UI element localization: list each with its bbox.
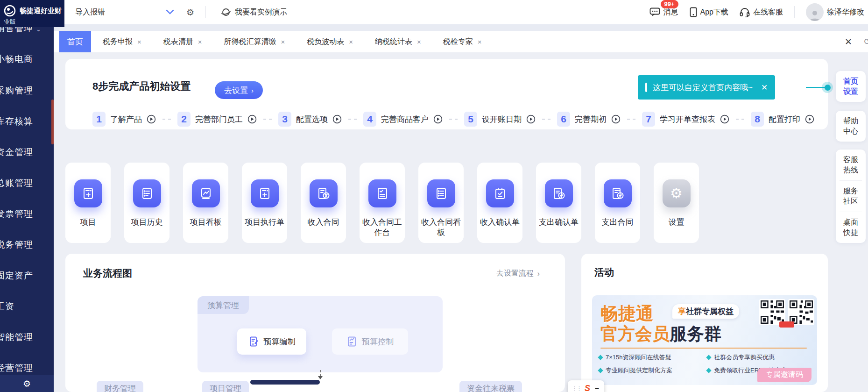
flow-title: 业务流程图 bbox=[83, 267, 132, 280]
close-icon[interactable]: × bbox=[137, 38, 141, 46]
brand-name: 畅捷通好业财 bbox=[20, 7, 62, 15]
shortcut-project-history[interactable]: 项目历史 bbox=[124, 163, 169, 243]
setup-step[interactable]: 3配置选项 bbox=[278, 112, 342, 127]
tab-bar: 首页 税务申报× 税表清册× 所得税汇算清缴× 税负波动表× 纳税统计表× 税检… bbox=[54, 31, 868, 52]
floating-assistant-widget[interactable]: ⋮⋮ S – bbox=[568, 380, 604, 392]
shortcut-income-contract-board[interactable]: 收入合同看板 bbox=[418, 163, 464, 243]
go-setup-button[interactable]: 去设置› bbox=[215, 81, 263, 99]
shortcut-project-board[interactable]: 项目看板 bbox=[183, 163, 228, 243]
rail-help-center[interactable]: 帮助中心 bbox=[836, 111, 866, 142]
close-icon[interactable]: × bbox=[349, 38, 353, 46]
tab-tax-register[interactable]: 税表清册× bbox=[163, 37, 202, 47]
scrollbar-thumb[interactable] bbox=[250, 380, 320, 385]
close-icon[interactable]: × bbox=[478, 38, 482, 46]
sidebar-scrollbar-thumb[interactable] bbox=[51, 100, 54, 144]
shortcut-income-contract[interactable]: 收入合同 bbox=[301, 163, 346, 243]
topbar: 导入报错 ⚙ 我要看实例演示 消息 bbox=[64, 0, 868, 24]
shortcut-project-execution[interactable]: 项目执行单 bbox=[242, 163, 287, 243]
rail-hotline[interactable]: 客服热线 bbox=[836, 150, 866, 180]
messages-button[interactable]: 消息 99+ bbox=[649, 7, 678, 17]
shortcut-expense-confirmation[interactable]: 支出确认单 bbox=[536, 163, 581, 243]
qr-codes bbox=[759, 299, 814, 325]
tab-income-tax[interactable]: 所得税汇算清缴× bbox=[224, 37, 285, 47]
sidebar-item-payroll[interactable]: 工资 bbox=[0, 300, 59, 313]
play-icon[interactable] bbox=[720, 114, 729, 124]
banner-bullet: 社群会员专享购买优惠 bbox=[707, 353, 812, 362]
more-tabs-icon[interactable]: ⟳ bbox=[861, 36, 868, 48]
shortcut-income-contract-workbench[interactable]: 收入合同工作台 bbox=[360, 163, 405, 243]
shortcut-project[interactable]: 项目 bbox=[65, 163, 111, 243]
close-icon[interactable]: × bbox=[417, 38, 421, 46]
sidebar-item-purchase[interactable]: 采购管理 bbox=[0, 85, 59, 97]
setup-step[interactable]: 5设开账日期 bbox=[464, 112, 536, 127]
cube-bullet-icon bbox=[706, 368, 711, 373]
rail-desktop-shortcut[interactable]: 桌面快捷 bbox=[836, 212, 866, 243]
app-download-button[interactable]: App下载 bbox=[690, 7, 728, 17]
play-icon[interactable] bbox=[147, 114, 156, 124]
chevron-down-icon[interactable] bbox=[166, 9, 174, 15]
budget-preparation-node[interactable]: 预算编制 bbox=[237, 328, 306, 355]
setup-step[interactable]: 2完善部门员工 bbox=[177, 112, 257, 127]
doc-badge-check-icon bbox=[545, 179, 573, 207]
sidebar-settings-button[interactable]: ⚙ bbox=[0, 375, 54, 392]
sidebar-item-operation[interactable]: 经营管理 bbox=[0, 362, 59, 374]
setup-step[interactable]: 4完善商品客户 bbox=[363, 112, 443, 127]
sidebar-item-funds[interactable]: 资金管理 bbox=[0, 146, 59, 158]
gear-icon[interactable]: ⚙ bbox=[186, 7, 194, 18]
budget-control-node[interactable]: 预算控制 bbox=[332, 328, 408, 355]
drag-handle-icon[interactable]: ⋮⋮ bbox=[572, 385, 581, 392]
play-icon[interactable] bbox=[332, 114, 342, 124]
sidebar-item-smart[interactable]: 智能管理 bbox=[0, 331, 59, 343]
online-service-button[interactable]: 在线客服 bbox=[740, 7, 783, 17]
close-icon[interactable]: × bbox=[198, 38, 202, 46]
avatar bbox=[806, 3, 824, 21]
shortcut-settings[interactable]: ⚙ 设置 bbox=[654, 163, 699, 243]
doc-plus-icon bbox=[251, 179, 279, 207]
invite-code-ribbon: 专属邀请码 bbox=[757, 368, 812, 382]
sidebar-item-tax[interactable]: 税务管理 bbox=[0, 239, 59, 251]
shortcut-income-confirmation[interactable]: 收入确认单 bbox=[477, 163, 522, 243]
demo-link[interactable]: 我要看实例演示 bbox=[221, 7, 287, 17]
member-service-banner[interactable]: 畅捷通 享社群专属权益 官方会员服务群 7×15h资深顾问在线答疑 社群会员专享… bbox=[592, 295, 817, 385]
brand-logo-icon bbox=[3, 4, 17, 18]
play-icon[interactable] bbox=[433, 114, 443, 124]
sidebar-item-invoice[interactable]: 发票管理 bbox=[0, 208, 59, 220]
flow-arrow-down bbox=[318, 370, 323, 379]
sidebar-item-ledger[interactable]: 总账管理 bbox=[0, 177, 59, 189]
go-setup-flow-link[interactable]: 去设置流程› bbox=[496, 269, 540, 278]
tab-home[interactable]: 首页 bbox=[59, 31, 91, 52]
sidebar-item-ecommerce[interactable]: 小畅电商 bbox=[0, 53, 59, 65]
sidebar-item-fixed-assets[interactable]: 固定资产 bbox=[0, 270, 59, 282]
setup-step[interactable]: 6完善期初 bbox=[557, 112, 621, 127]
close-all-tabs-icon[interactable]: ✕ bbox=[845, 36, 852, 47]
tab-tax-filing[interactable]: 税务申报× bbox=[103, 37, 141, 47]
close-icon[interactable]: ✕ bbox=[761, 83, 768, 93]
sidebar-item-inventory[interactable]: 库存核算 bbox=[0, 115, 59, 128]
setup-step[interactable]: 1了解产品 bbox=[92, 112, 156, 127]
shortcut-expense-contract[interactable]: 支出合同 bbox=[595, 163, 640, 243]
doc-list-icon bbox=[133, 179, 161, 207]
close-icon[interactable]: × bbox=[281, 38, 285, 46]
play-icon[interactable] bbox=[805, 114, 814, 124]
user-menu[interactable]: 徐泽华修改 bbox=[806, 3, 864, 21]
play-icon[interactable] bbox=[526, 114, 536, 124]
brand-edition: 业版 bbox=[4, 18, 16, 26]
brand-s-logo-icon: S bbox=[585, 384, 590, 392]
setup-step[interactable]: 8配置打印 bbox=[751, 112, 814, 127]
minimize-icon[interactable]: – bbox=[595, 384, 599, 392]
setup-step[interactable]: 7学习开单查报表 bbox=[642, 112, 729, 127]
play-icon[interactable] bbox=[611, 114, 621, 124]
budget-group: 预算管理 预算编制 预算控制 bbox=[198, 296, 443, 372]
tab-tax-fluctuation[interactable]: 税负波动表× bbox=[307, 37, 353, 47]
rail-home-settings[interactable]: 首页设置 bbox=[836, 71, 866, 102]
doc-chart-icon bbox=[346, 336, 358, 347]
tab-tax-expert[interactable]: 税检专家× bbox=[443, 37, 482, 47]
activity-title: 活动 bbox=[594, 266, 614, 279]
cube-bullet-icon bbox=[598, 368, 603, 373]
cube-bullet-icon bbox=[706, 355, 711, 360]
tab-tax-statistics[interactable]: 纳税统计表× bbox=[375, 37, 421, 47]
rail-community[interactable]: 服务社区 bbox=[836, 181, 866, 212]
business-flow-card: 业务流程图 去设置流程› 预算管理 预算编制 预算控制 财务管理 项目管理 资金… bbox=[65, 254, 565, 392]
import-error-dropdown[interactable]: 导入报错 bbox=[75, 7, 105, 17]
play-icon[interactable] bbox=[247, 114, 257, 124]
